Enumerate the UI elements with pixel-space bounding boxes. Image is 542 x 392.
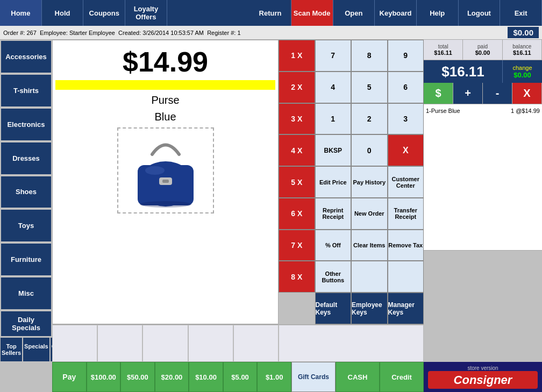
numpad-3x[interactable]: 3 X [279, 103, 315, 135]
ctrl-x[interactable]: X [512, 83, 542, 104]
product-display: $14.99 Purse Blue [52, 40, 279, 324]
nav-loyalty[interactable]: Loyalty Offers [125, 0, 167, 26]
numpad-percent-off[interactable]: % Off [315, 230, 352, 261]
numpad-7x[interactable]: 7 X [279, 230, 315, 261]
svg-point-5 [140, 201, 191, 208]
right-controls: $ + - X [424, 83, 542, 104]
nav-scan-mode[interactable]: Scan Mode [291, 0, 333, 26]
sidebar-item-shoes[interactable]: Shoes [0, 175, 52, 209]
numpad-bksp[interactable]: BKSP [315, 134, 352, 166]
right-summary: total $16.11 paid $0.00 balance $16.11 [424, 40, 542, 60]
employee-name: Employee: Starter Employee [40, 30, 115, 36]
pay-20[interactable]: $20.00 [155, 362, 189, 392]
nav-exit[interactable]: Exit [500, 0, 542, 26]
numpad-8x[interactable]: 8 X [279, 261, 315, 293]
order-total-display: $0.00 [508, 27, 539, 38]
numpad-8[interactable]: 8 [351, 40, 388, 72]
btn-top-sellers[interactable]: Top Sellers [0, 337, 23, 362]
sidebar-item-dresses[interactable]: Dresses [0, 141, 52, 175]
order-item-detail: 1 @$14.99 [511, 108, 540, 114]
numpad-row-7: 7 X % Off Clear Items Remove Tax [279, 230, 424, 261]
numpad-default-keys[interactable]: Default Keys [315, 293, 352, 324]
numpad-0[interactable]: 0 [351, 134, 388, 166]
btn-specials[interactable]: Specials [23, 337, 50, 362]
nav-home[interactable]: Home [0, 0, 42, 26]
numpad-6x[interactable]: 6 X [279, 198, 315, 230]
pay-10[interactable]: $10.00 [189, 362, 223, 392]
numpad-6[interactable]: 6 [388, 72, 424, 103]
nav-keyboard[interactable]: Keyboard [375, 0, 417, 26]
numpad-row-3: 3 X 1 2 3 [279, 103, 424, 135]
numpad-5x[interactable]: 5 X [279, 166, 315, 198]
product-name-line2: Blue [154, 111, 176, 123]
right-panel: total $16.11 paid $0.00 balance $16.11 $… [424, 40, 542, 392]
nav-hold[interactable]: Hold [42, 0, 84, 26]
nav-coupons[interactable]: Coupons [83, 0, 125, 26]
top-navigation: Home Hold Coupons Loyalty Offers Return … [0, 0, 542, 26]
numpad-reprint-receipt[interactable]: Reprint Receipt [315, 198, 352, 230]
paid-label: paid [477, 44, 488, 49]
numpad-row-8: 8 X Other Buttons [279, 261, 424, 293]
numpad-remove-tax[interactable]: Remove Tax [388, 230, 424, 261]
numpad-transfer-receipt[interactable]: Transfer Receipt [388, 198, 424, 230]
category-sidebar: Accessories T-shirts Electronics Dresses… [0, 40, 52, 392]
sidebar-item-electronics[interactable]: Electronics [0, 108, 52, 141]
total-label: total [438, 44, 448, 49]
numpad-4x[interactable]: 4 X [279, 134, 315, 166]
ctrl-plus[interactable]: + [453, 83, 483, 104]
numpad-row-1: 1 X 7 8 9 [279, 40, 424, 72]
numpad-4[interactable]: 4 [315, 72, 352, 103]
pay-5[interactable]: $5.00 [223, 362, 258, 392]
total-value: $16.11 [434, 49, 452, 56]
sidebar-item-furniture[interactable]: Furniture [0, 243, 52, 276]
numpad-clear[interactable]: X [388, 134, 424, 166]
numpad-1[interactable]: 1 [315, 103, 352, 135]
pay-1[interactable]: $1.00 [257, 362, 291, 392]
product-name-line1: Purse [151, 94, 179, 106]
numpad-9[interactable]: 9 [388, 40, 424, 72]
balance-label: balance [512, 44, 531, 49]
order-id: Order #: 267 [3, 30, 37, 36]
numpad-employee-keys[interactable]: Employee Keys [351, 293, 388, 324]
numpad-row-2: 2 X 4 5 6 [279, 72, 424, 103]
numpad-other-buttons[interactable]: Other Buttons [315, 261, 352, 293]
numpad-clear-items[interactable]: Clear Items [351, 230, 388, 261]
nav-logout[interactable]: Logout [459, 0, 501, 26]
center-area: $14.99 Purse Blue [52, 40, 424, 392]
register-num: Register #: 1 [207, 30, 240, 36]
numpad-3[interactable]: 3 [388, 103, 424, 135]
sidebar-item-toys[interactable]: Toys [0, 209, 52, 243]
numpad-7[interactable]: 7 [315, 40, 352, 72]
numpad-new-order[interactable]: New Order [351, 198, 388, 230]
numpad-customer-center[interactable]: Customer Center [388, 166, 424, 198]
ctrl-minus[interactable]: - [483, 83, 512, 104]
sidebar-daily-specials[interactable]: Daily Specials [0, 310, 52, 337]
numpad-2[interactable]: 2 [351, 103, 388, 135]
svg-point-2 [145, 166, 165, 175]
numpad-edit-price[interactable]: Edit Price [315, 166, 352, 198]
pay-button[interactable]: Pay [52, 362, 87, 392]
pay-credit[interactable]: Credit [380, 362, 424, 392]
pay-gift-cards[interactable]: Gift Cards [291, 362, 336, 392]
nav-help[interactable]: Help [417, 0, 459, 26]
numpad-row-6: 6 X Reprint Receipt New Order Transfer R… [279, 198, 424, 230]
numpad-2x[interactable]: 2 X [279, 72, 315, 103]
sidebar-item-accessories[interactable]: Accessories [0, 40, 52, 74]
summary-paid: paid $0.00 [463, 40, 502, 60]
numpad-manager-keys[interactable]: Manager Keys [388, 293, 424, 324]
nav-open[interactable]: Open [333, 0, 375, 26]
big-balance-display: $16.11 [424, 60, 502, 83]
pay-cash[interactable]: CASH [336, 362, 380, 392]
nav-return[interactable]: Return [249, 0, 291, 26]
numpad-pay-history[interactable]: Pay History [351, 166, 388, 198]
numpad-empty-2 [388, 261, 424, 293]
numpad-5[interactable]: 5 [351, 72, 388, 103]
empty-rows [52, 324, 424, 362]
numpad-1x[interactable]: 1 X [279, 40, 315, 72]
sidebar-item-tshirts[interactable]: T-shirts [0, 74, 52, 108]
sidebar-item-misc[interactable]: Misc [0, 276, 52, 310]
ctrl-dollar[interactable]: $ [424, 83, 453, 104]
pay-area: Pay $100.00 $50.00 $20.00 $10.00 $5.00 $… [52, 362, 424, 392]
pay-100[interactable]: $100.00 [87, 362, 121, 392]
pay-50[interactable]: $50.00 [120, 362, 155, 392]
